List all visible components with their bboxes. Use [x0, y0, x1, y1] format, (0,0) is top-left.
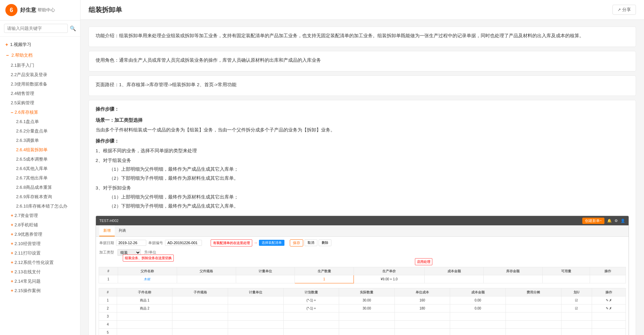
sidebar-item-266[interactable]: 2.6.6其他入库单 [0, 164, 80, 173]
sidebar-item-videos[interactable]: + 1.视频学习 [0, 39, 80, 50]
sidebar-item-210[interactable]: + 2.10经营管理 [0, 239, 80, 248]
share-label: 分享 [622, 7, 631, 13]
collapse-icon-26: − [11, 110, 13, 115]
sub-cell-cost2: 0.00 [450, 304, 506, 312]
app-name: 好生意 [20, 7, 36, 14]
share-button[interactable]: ↗ 分享 [612, 5, 636, 15]
screenshot-topbar: TEST-H002 创建新单~ 🔔 ⚙ 👤 [96, 216, 629, 225]
sub-cell-actual2: 30.00 [339, 304, 395, 312]
search-input[interactable] [4, 24, 68, 33]
sidebar-item-29[interactable]: + 2.9优惠券管理 [0, 230, 80, 239]
app-subtitle: 帮助中心 [38, 7, 55, 13]
sub-col-unit2: 计量单位 [228, 288, 283, 296]
col-header-spec: 父件规格 [177, 267, 236, 275]
sidebar-item-267[interactable]: 2.6.7其他出库单 [0, 173, 80, 183]
annotation-biz-type: 组装业务、拆卸业务在这里切换 [123, 255, 174, 262]
cell-seq: 1 [99, 275, 118, 283]
cell-stock-amt [484, 275, 543, 283]
ss-form-row2: 加工类型 组装 拆卸 升/单位 组装业务、拆卸业务在这里切换 [96, 248, 629, 257]
sidebar-item-262[interactable]: 2.6.2分量盘点单 [0, 126, 80, 136]
sub-cell-seq2: 2 [99, 304, 117, 312]
sub-cell-op1: ✎ ✗ [592, 296, 626, 304]
ss-select-bom-btn[interactable]: 选择装配清单 [259, 240, 284, 246]
cell-price: ¥9.00 + 1.0 [354, 275, 425, 283]
sub-cell-cost1: 0.00 [450, 296, 506, 304]
sidebar-item-261[interactable]: 2.6.1盘点单 [0, 117, 80, 126]
sidebar-item-2610[interactable]: 2.6.10库存账本错了怎么办 [0, 202, 80, 211]
sidebar-item-269[interactable]: 2.6.9库存账本查询 [0, 192, 80, 202]
sidebar-item-215[interactable]: + 2.15操作案例 [0, 286, 80, 295]
search-box: 🔍 [0, 20, 80, 37]
ss-type-label: 加工类型 [99, 249, 114, 256]
sidebar-item-21[interactable]: 2.1新手入门 [0, 61, 80, 70]
sidebar-item-26[interactable]: − 2.6库存核算 [0, 108, 80, 117]
steps-title: 操作步骤： [96, 137, 629, 145]
search-button[interactable]: 🔍 [70, 25, 76, 32]
intro-text: 功能介绍：组装拆卸单用来处理企业组装或拆卸等加工业务，支持有固定装配清单的产品加… [96, 32, 629, 40]
ss-num-label: 单据编号 [148, 240, 163, 246]
sub-cell-actual1: 30.00 [339, 296, 395, 304]
ss-num-input[interactable] [165, 240, 202, 246]
ss-tab-list[interactable]: 列表 [115, 225, 130, 236]
sidebar-item-214[interactable]: + 2.14常见问题 [0, 277, 80, 286]
sidebar-item-24[interactable]: 2.4销售管理 [0, 89, 80, 98]
sidebar-item-23[interactable]: 2.3使用前数据准备 [0, 79, 80, 89]
content-area: 功能介绍：组装拆卸单用来处理企业组装或拆卸等加工业务，支持有固定装配清单的产品加… [80, 20, 644, 335]
sub-col-name: 子件名称 [117, 288, 172, 296]
ss-save-btn[interactable]: 保存 [290, 239, 303, 246]
col-header-stock-amt: 库存金额 [484, 267, 543, 275]
sidebar-item-265[interactable]: 2.6.5成本调整单 [0, 155, 80, 164]
col-header-amount: 成本金额 [425, 267, 484, 275]
sidebar-item-22[interactable]: 2.2产品安装及登录 [0, 70, 80, 79]
ss-cancel-btn[interactable]: 取消 [305, 239, 317, 246]
sidebar-item-27[interactable]: + 2.7资金管理 [0, 211, 80, 220]
step1: 1、根据不同的业务，选择不同单据的类型来处理 [96, 147, 629, 155]
sidebar: 6 好生意 帮助中心 🔍 + 1.视频学习 − 2.帮助文档 2.1新手入门 2… [0, 0, 80, 335]
scenario-title: 场景一：加工类型选择 [96, 117, 629, 124]
sub-cell-qty2: (*-1) + [283, 304, 339, 312]
step3: 3、对于拆卸业务 [96, 184, 629, 192]
sub-cell-qty1: (*-1) + [283, 296, 339, 304]
logo-icon: 6 [5, 4, 17, 16]
collapse-icon: − [5, 53, 9, 58]
ss-icons: 🔔 ⚙ 👤 [607, 218, 625, 224]
sidebar-item-212[interactable]: + 2.12系统个性化设置 [0, 258, 80, 267]
col-header-unit: 计量单位 [236, 267, 295, 275]
step2-2: （2）下部明细为子件明细，最终作为原材料生成其它出库单。 [109, 175, 629, 182]
sidebar-item-268[interactable]: 2.6.8商品成本重算 [0, 183, 80, 192]
ss-tabs: 新增 列表 [96, 225, 629, 237]
ss-date-input[interactable] [116, 240, 146, 246]
sidebar-item-docs[interactable]: − 2.帮助文档 [0, 50, 80, 61]
sub-table-row: 1 商品 1 (*-1) + 30.00 160 0.00 ☑ [99, 296, 626, 304]
sub-col-unit-price: 单位成本 [394, 288, 450, 296]
path-card: 页面路径：1、库存核算->库存管理->组装拆卸单 2、首页->常用功能 [89, 75, 636, 96]
ss-create-btn[interactable]: 创建新单~ [582, 218, 604, 224]
ss-tab-new[interactable]: 新增 [99, 225, 115, 236]
sidebar-item-28[interactable]: + 2.8手机旺铺 [0, 220, 80, 230]
ops-card: 操作步骤： 场景一：加工类型选择 当由多个子件材料组装成一个成品的业务为【组装】… [89, 100, 636, 335]
sub-col-action: 划U [561, 288, 592, 296]
sidebar-item-263[interactable]: 2.6.3调拨单 [0, 136, 80, 145]
sidebar-label-26: 2.6库存核算 [15, 109, 38, 115]
sidebar-nav: + 1.视频学习 − 2.帮助文档 2.1新手入门 2.2产品安装及登录 2.3… [0, 37, 80, 335]
ss-delete-btn[interactable]: 删除 [319, 239, 331, 246]
cell-avail [542, 275, 590, 283]
ss-topbar-id: TEST-H002 [99, 218, 118, 224]
sub-cell-flag2: ☑ [561, 304, 592, 312]
sub-cell-name2: 商品 2 [117, 304, 172, 312]
ss-icon1: 🔔 [607, 218, 612, 224]
expand-icon: + [5, 42, 8, 47]
sidebar-item-label: 1.视频学习 [10, 42, 31, 48]
sidebar-item-264[interactable]: 2.6.4组装拆卸单 [0, 145, 80, 155]
sidebar-item-25[interactable]: 2.5采购管理 [0, 98, 80, 108]
sidebar-item-211[interactable]: + 2.11打印设置 [0, 248, 80, 258]
step3-2: （2）下部明细为子件明细，最终作为产成品生成其它入库单。 [109, 203, 629, 210]
step3-1: （1）上部明细为父件明细，最终作为原材料生成其它出库单； [109, 193, 629, 201]
sidebar-item-213[interactable]: + 2.13在线支付 [0, 267, 80, 277]
sub-col-seq: # [99, 288, 117, 296]
role-card: 使用角色：通常由生产人员或库管人员完成拆装业务的操作，库管人员确认原材料的出库和… [89, 51, 636, 71]
col-header-avail: 可用量 [542, 267, 590, 275]
cell-qty: 1 [295, 275, 354, 283]
sub-col-avail2: 费用分摊 [505, 288, 561, 296]
sub-col-qty2: 计划数量 [283, 288, 339, 296]
